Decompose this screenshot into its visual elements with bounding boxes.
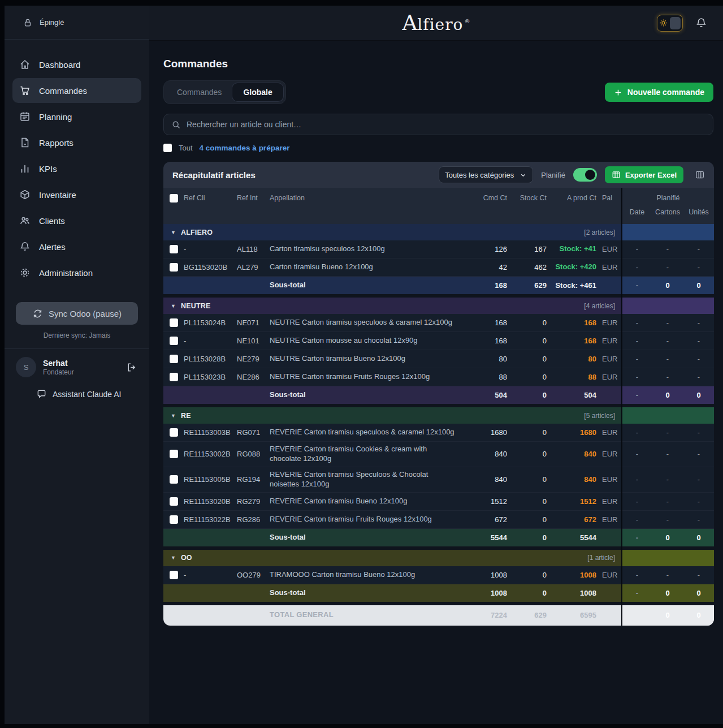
subtotal-a-prod-ct: 5544 xyxy=(547,529,596,546)
bell-icon xyxy=(19,241,31,252)
panel-header: Récapitulatif articles Toutes les catégo… xyxy=(163,162,714,188)
logout-icon[interactable] xyxy=(126,362,137,373)
search-input[interactable] xyxy=(187,120,705,129)
subtotal-a-prod-ct: Stock: +461 xyxy=(547,277,596,294)
subtotal-stock-ct: 629 xyxy=(507,277,547,294)
select-all-checkbox[interactable] xyxy=(163,144,172,152)
appellation: Carton tiramisu Bueno 12x100g xyxy=(270,259,467,276)
subtotal-row: Sous-total168629Stock: +461-00 xyxy=(163,277,714,294)
new-order-button[interactable]: Nouvelle commande xyxy=(605,83,713,102)
ref-cli: - xyxy=(184,332,237,350)
sidebar-item-planning[interactable]: Planning xyxy=(12,104,141,129)
theme-toggle[interactable] xyxy=(657,15,683,32)
planned-cartons: - xyxy=(652,314,683,331)
ref-cli: RE11153003B xyxy=(184,424,237,441)
planned-date: - xyxy=(622,314,652,331)
brand-logo: Alfiero® xyxy=(402,12,470,34)
ref-int: RG071 xyxy=(237,424,270,441)
row-checkbox[interactable] xyxy=(170,245,178,253)
sidebar-item-dashboard[interactable]: Dashboard xyxy=(12,52,141,77)
row-checkbox-cell xyxy=(163,332,184,350)
group-planned-cell xyxy=(622,407,714,424)
a-prod-ct: 1680 xyxy=(547,424,596,441)
assistant-label: Assistant Claude AI xyxy=(53,390,121,399)
row-checkbox[interactable] xyxy=(170,337,178,345)
appellation: NEUTRE Carton tiramisu Bueno 12x100g xyxy=(270,350,467,368)
calendar-icon xyxy=(19,111,31,122)
sidebar-item-clients[interactable]: Clients xyxy=(12,208,141,233)
grand-total-planned-date xyxy=(622,605,652,626)
row-checkbox[interactable] xyxy=(170,571,178,579)
row-checkbox[interactable] xyxy=(170,475,178,484)
assistant-claude-button[interactable]: Assistant Claude AI xyxy=(5,383,149,399)
row-checkbox-cell xyxy=(163,314,184,331)
ref-int: OO279 xyxy=(237,566,270,584)
row-checkbox[interactable] xyxy=(170,355,178,363)
planned-cartons: - xyxy=(652,566,683,584)
sidebar-item-kpis[interactable]: KPIs xyxy=(12,156,141,181)
grand-total-planned-unites: 0 xyxy=(683,605,714,626)
subtotal-stock-ct: 0 xyxy=(507,386,547,404)
notifications-bell-icon[interactable] xyxy=(695,17,707,29)
sync-odoo-button[interactable]: Sync Odoo (pause) xyxy=(16,302,138,325)
row-checkbox[interactable] xyxy=(170,263,178,272)
group-neutre: ▼NEUTRE[4 articles]PL1153024BNE071NEUTRE… xyxy=(163,298,714,404)
search-bar xyxy=(163,114,713,135)
group-header-re[interactable]: ▼RE[5 articles] xyxy=(163,407,714,424)
row-checkbox-cell xyxy=(163,350,184,368)
row-checkbox[interactable] xyxy=(170,497,178,506)
orders-to-prepare-link[interactable]: 4 commandes à préparer xyxy=(200,144,290,152)
a-prod-ct: 1512 xyxy=(547,493,596,510)
stock-ct: 0 xyxy=(507,424,547,441)
sidebar-item-alertes[interactable]: Alertes xyxy=(12,234,141,259)
row-checkbox-cell xyxy=(163,368,184,386)
category-filter-select[interactable]: Toutes les catégories xyxy=(439,166,533,183)
subtotal-stock-ct: 0 xyxy=(507,584,547,602)
sync-label: Sync Odoo (pause) xyxy=(49,309,122,318)
row-checkbox-cell xyxy=(163,471,184,488)
subtotal-planned-unites: 0 xyxy=(683,277,714,294)
group-article-count: [1 article] xyxy=(587,554,615,562)
articles-table: Ref Cli Ref Int Appellation Cmd Ct Stock… xyxy=(163,188,714,626)
row-checkbox-cell xyxy=(163,566,184,584)
stock-ct: 0 xyxy=(507,314,547,331)
row-checkbox[interactable] xyxy=(170,428,178,437)
group-planned-cell xyxy=(622,550,714,566)
subtotal-planned-cartons: 0 xyxy=(652,386,683,404)
collapse-triangle-icon: ▼ xyxy=(171,230,176,235)
row-checkbox-cell xyxy=(163,424,184,441)
planned-date: - xyxy=(622,424,652,441)
row-checkbox[interactable] xyxy=(170,450,178,458)
header-checkbox[interactable] xyxy=(170,194,178,203)
row-checkbox[interactable] xyxy=(170,373,178,381)
row-checkbox[interactable] xyxy=(170,515,178,524)
columns-view-icon[interactable] xyxy=(695,170,705,180)
page-title: Commandes xyxy=(163,58,713,70)
subtotal-planned-cartons: 0 xyxy=(652,277,683,294)
sidebar-pinned-toggle[interactable]: Épinglé xyxy=(5,6,149,40)
tab-globale[interactable]: Globale xyxy=(232,83,283,101)
cmd-ct: 168 xyxy=(467,332,507,350)
a-prod-ct: 168 xyxy=(547,332,596,350)
main-content: Commandes Commandes Globale Nouvelle com… xyxy=(149,41,723,724)
tab-commandes[interactable]: Commandes xyxy=(166,83,232,101)
group-header-neutre[interactable]: ▼NEUTRE[4 articles] xyxy=(163,298,714,314)
export-excel-button[interactable]: Exporter Excel xyxy=(605,166,683,183)
planned-unites: - xyxy=(683,332,714,350)
sidebar-item-inventaire[interactable]: Inventaire xyxy=(12,182,141,207)
collapse-triangle-icon: ▼ xyxy=(171,413,176,419)
users-icon xyxy=(19,215,31,226)
pal-currency: EUR xyxy=(596,424,622,441)
group-article-count: [2 articles] xyxy=(584,229,615,236)
subtotal-label: Sous-total xyxy=(270,529,467,546)
sidebar-item-rapports[interactable]: Rapports xyxy=(12,130,141,155)
planned-toggle[interactable] xyxy=(573,168,597,182)
group-header-alfiero[interactable]: ▼ALFIERO[2 articles] xyxy=(163,224,714,240)
sidebar-item-commandes[interactable]: Commandes xyxy=(12,78,141,103)
row-checkbox[interactable] xyxy=(170,318,178,327)
sidebar-item-label: Administration xyxy=(39,268,93,278)
subtotal-cmd-ct: 168 xyxy=(467,277,507,294)
sidebar-item-administration[interactable]: Administration xyxy=(12,260,141,285)
group-header-oo[interactable]: ▼OO[1 article] xyxy=(163,550,714,566)
subtotal-cmd-ct: 504 xyxy=(467,386,507,404)
